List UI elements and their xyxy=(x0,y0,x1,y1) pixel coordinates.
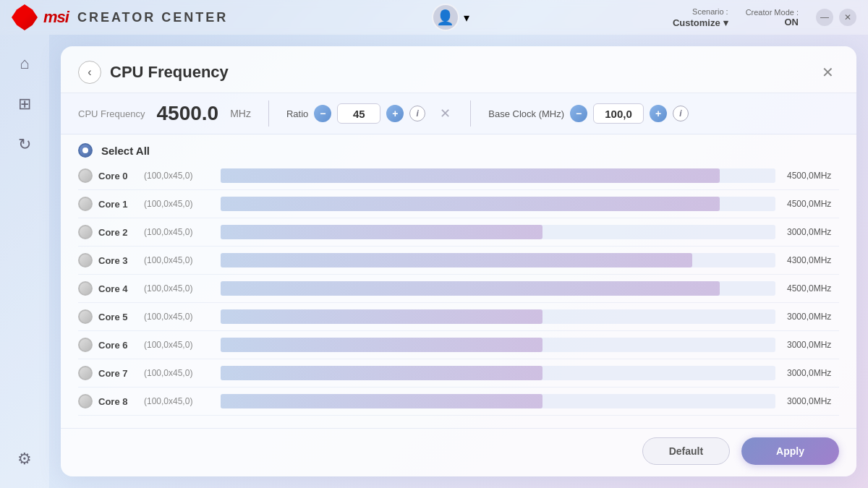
sidebar-item-home[interactable]: ⌂ xyxy=(7,46,42,81)
ratio-input[interactable] xyxy=(337,103,380,124)
baseclock-minus-button[interactable]: − xyxy=(570,105,587,122)
core-bar-fill-5 xyxy=(221,309,542,324)
profile-area[interactable]: 👤 ▾ xyxy=(432,4,469,31)
ratio-minus-button[interactable]: − xyxy=(314,105,331,122)
table-row[interactable]: Core 8(100,0x45,0) 3000,0MHz xyxy=(78,388,839,416)
baseclock-control-group: Base Clock (MHz) − + i xyxy=(488,103,689,124)
core-params-0: (100,0x45,0) xyxy=(144,171,209,181)
core-bar-value-2: 3000,0MHz xyxy=(787,227,839,237)
sidebar-item-settings[interactable]: ⚙ xyxy=(7,442,42,476)
msi-dragon-icon xyxy=(12,4,38,30)
creator-center-text: CREATOR CENTER xyxy=(77,10,228,25)
core-bar-fill-7 xyxy=(221,366,542,380)
table-row[interactable]: Core 7(100,0x45,0) 3000,0MHz xyxy=(78,359,839,388)
cpu-freq-value: 4500.0 xyxy=(156,102,218,125)
back-button[interactable]: ‹ xyxy=(78,61,101,84)
core-radio-5[interactable] xyxy=(78,309,93,324)
close-window-button[interactable]: ✕ xyxy=(839,9,856,26)
table-row[interactable]: Core 4(100,0x45,0) 4500,0MHz xyxy=(78,275,839,303)
core-bar-value-3: 4300,0MHz xyxy=(787,255,839,265)
table-row[interactable]: Core 5(100,0x45,0) 3000,0MHz xyxy=(78,303,839,331)
panel-title: CPU Frequency xyxy=(110,63,229,82)
creator-mode-label: Creator Mode : xyxy=(746,8,799,17)
home-icon: ⌂ xyxy=(20,54,29,73)
baseclock-label: Base Clock (MHz) xyxy=(488,108,564,119)
table-row[interactable]: Core 2(100,0x45,0) 3000,0MHz xyxy=(78,218,839,247)
core-bar-fill-8 xyxy=(221,394,542,408)
window-controls: — ✕ xyxy=(816,9,856,26)
core-radio-0[interactable] xyxy=(78,168,93,183)
core-radio-4[interactable] xyxy=(78,281,93,296)
main-layout: ⌂ ⊞ ↻ ⚙ ‹ CPU Frequency ✕ CPU Frequency xyxy=(0,35,868,488)
scenario-label: Scenario : xyxy=(692,7,728,16)
scenario-text: Customize xyxy=(673,17,720,28)
core-bar-area-4 xyxy=(221,279,775,298)
core-name-0: Core 0 xyxy=(98,171,138,181)
core-bar-fill-4 xyxy=(221,281,720,296)
sync-icon: ↻ xyxy=(18,135,31,154)
core-bar-value-5: 3000,0MHz xyxy=(787,312,839,322)
ratio-plus-button[interactable]: + xyxy=(386,105,404,122)
scenario-value[interactable]: Customize ▾ xyxy=(673,17,728,28)
core-radio-1[interactable] xyxy=(78,197,93,211)
core-bar-value-0: 4500,0MHz xyxy=(787,171,839,181)
core-name-8: Core 8 xyxy=(98,396,138,407)
ratio-clear-button[interactable]: ✕ xyxy=(437,106,453,121)
core-bar-fill-2 xyxy=(221,225,542,239)
scenario-block: Scenario : Customize ▾ xyxy=(673,7,728,28)
title-bar-left: msi CREATOR CENTER xyxy=(12,4,228,30)
core-radio-8[interactable] xyxy=(78,394,93,408)
core-params-8: (100,0x45,0) xyxy=(144,396,209,406)
frequency-bar: CPU Frequency 4500.0 MHz Ratio − + i ✕ B… xyxy=(61,93,856,134)
ratio-info-button[interactable]: i xyxy=(409,106,425,121)
table-row[interactable]: Core 6(100,0x45,0) 3000,0MHz xyxy=(78,331,839,359)
title-bar-right: Scenario : Customize ▾ Creator Mode : ON… xyxy=(673,7,856,28)
core-params-5: (100,0x45,0) xyxy=(144,312,209,322)
core-bar-value-6: 3000,0MHz xyxy=(787,340,839,350)
minimize-button[interactable]: — xyxy=(816,9,833,26)
core-name-6: Core 6 xyxy=(98,340,138,351)
baseclock-input[interactable] xyxy=(593,103,644,124)
core-bar-value-4: 4500,0MHz xyxy=(787,283,839,294)
default-button[interactable]: Default xyxy=(642,437,730,465)
core-radio-6[interactable] xyxy=(78,338,93,352)
core-params-7: (100,0x45,0) xyxy=(144,368,209,378)
core-radio-2[interactable] xyxy=(78,225,93,239)
baseclock-plus-button[interactable]: + xyxy=(650,105,667,122)
grid-icon: ⊞ xyxy=(18,95,31,114)
divider2 xyxy=(470,100,471,127)
sidebar-item-sync[interactable]: ↻ xyxy=(7,127,42,162)
select-all-row[interactable]: Select All xyxy=(61,134,856,162)
core-bar-area-5 xyxy=(221,307,775,326)
ratio-control-group: Ratio − + i xyxy=(286,103,425,124)
ratio-label: Ratio xyxy=(286,108,308,119)
core-params-3: (100,0x45,0) xyxy=(144,255,209,265)
table-row[interactable]: Core 0(100,0x45,0) 4500,0MHz xyxy=(78,162,839,190)
select-all-radio[interactable] xyxy=(78,143,93,158)
core-bar-area-8 xyxy=(221,392,775,411)
table-row[interactable]: Core 1(100,0x45,0) 4500,0MHz xyxy=(78,190,839,218)
core-name-1: Core 1 xyxy=(98,199,138,210)
core-bar-area-3 xyxy=(221,251,775,270)
content-area: ‹ CPU Frequency ✕ CPU Frequency 4500.0 M… xyxy=(49,35,868,488)
apply-button[interactable]: Apply xyxy=(741,437,839,465)
core-radio-3[interactable] xyxy=(78,253,93,267)
table-row[interactable]: Core 3(100,0x45,0) 4300,0MHz xyxy=(78,247,839,275)
core-name-3: Core 3 xyxy=(98,255,138,266)
core-bar-area-2 xyxy=(221,223,775,241)
core-name-7: Core 7 xyxy=(98,368,138,379)
sidebar-item-grid[interactable]: ⊞ xyxy=(7,87,42,121)
profile-avatar[interactable]: 👤 xyxy=(432,4,459,31)
core-params-1: (100,0x45,0) xyxy=(144,199,209,209)
sidebar: ⌂ ⊞ ↻ ⚙ xyxy=(0,35,49,488)
baseclock-info-button[interactable]: i xyxy=(673,106,689,121)
core-radio-7[interactable] xyxy=(78,366,93,380)
core-params-6: (100,0x45,0) xyxy=(144,340,209,350)
core-name-4: Core 4 xyxy=(98,283,138,294)
panel-close-button[interactable]: ✕ xyxy=(816,61,839,84)
core-bar-fill-6 xyxy=(221,338,542,352)
msi-brand-text: msi xyxy=(43,8,69,27)
core-params-4: (100,0x45,0) xyxy=(144,283,209,294)
profile-chevron-icon: ▾ xyxy=(464,11,469,25)
cpu-frequency-panel: ‹ CPU Frequency ✕ CPU Frequency 4500.0 M… xyxy=(61,46,856,476)
